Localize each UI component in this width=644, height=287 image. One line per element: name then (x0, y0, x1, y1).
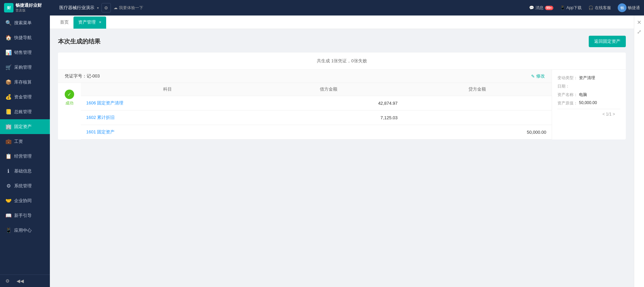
edit-icon: ✎ (531, 74, 535, 79)
sidebar-item-purchase[interactable]: 🛒 采购管理 (0, 60, 50, 75)
debit-cell-0: 42,874.97 (254, 96, 403, 110)
voucher-row-wrapper: ✓ 成功 科目 借方金额 贷方 (58, 83, 552, 139)
purchase-icon: 🛒 (5, 64, 11, 70)
user-area[interactable]: 畅 畅捷通 (618, 3, 640, 12)
debit-cell-2 (254, 125, 403, 139)
sidebar-item-search-menu[interactable]: 🔍 搜索菜单 (0, 15, 50, 30)
collapse-sidebar-icon[interactable]: ◀◀ (17, 278, 24, 284)
search-icon: 🔍 (5, 20, 11, 26)
app-download-button[interactable]: 📱 App下载 (560, 5, 582, 11)
settings-button[interactable]: ⚙ (101, 3, 111, 12)
credit-cell-2: 50,000.00 (403, 125, 552, 139)
sidebar-item-system[interactable]: ⚙ 系统管理 (0, 179, 50, 193)
sidebar-item-app-center[interactable]: 📱 应用中心 (0, 223, 50, 238)
table-wrapper: 科目 借方金额 贷方金额 1606 固定资产清理 42,874. (81, 83, 552, 139)
logo-title: 畅捷通好业财 (16, 3, 42, 8)
tab-home[interactable]: 首页 (55, 17, 73, 29)
col-credit-header: 贷方金额 (403, 83, 552, 96)
messages-badge: 99+ (545, 6, 553, 10)
credit-cell-1 (403, 110, 552, 125)
logo-area: 财 畅捷通好业财 普及版 (4, 3, 54, 13)
original-value-label: 资产原值： (557, 100, 578, 106)
change-type-row: 变动类型： 资产清理 (557, 75, 620, 81)
content-area: 首页 资产管理 × 本次生成的结果 返回固定资产 共生成 1张凭证，0张失败 (50, 15, 634, 287)
gear-icon: ⚙ (104, 5, 108, 10)
table-row: 1601 固定资产 50,000.00 (81, 125, 552, 139)
side-info-panel: 变动类型： 资产清理 日期： 资产名称： 电脑 资产原值： (552, 70, 626, 139)
pagination[interactable]: < 1/1 > (557, 109, 620, 119)
guide-icon: 📖 (5, 213, 11, 219)
header-middle: 医疗器械行业演示 ▾ ⚙ ☁ 我要体验一下 (54, 3, 529, 12)
voucher-main: 凭证字号：记-003 ✎ 修改 ✓ 成功 (58, 70, 552, 139)
company-name: 医疗器械行业演示 (59, 5, 94, 11)
system-icon: ⚙ (5, 183, 11, 189)
credit-cell-0 (403, 96, 552, 110)
enterprise-icon: 🤝 (5, 198, 11, 204)
expand-panel-button[interactable]: ⤢ (635, 28, 643, 36)
sidebar-item-inventory[interactable]: 📦 库存核算 (0, 75, 50, 90)
sidebar-item-ledger[interactable]: 📒 总账管理 (0, 104, 50, 119)
table-row: 1602 累计折旧 7,125.03 (81, 110, 552, 125)
subject-cell-1[interactable]: 1602 累计折旧 (81, 110, 254, 125)
ledger-icon: 📒 (5, 109, 11, 115)
col-subject-header: 科目 (81, 83, 254, 96)
sidebar-item-funds[interactable]: 💰 资金管理 (0, 90, 50, 104)
result-panel: 共生成 1张凭证，0张失败 凭证字号：记-003 ✎ 修改 (58, 53, 626, 139)
result-summary: 共生成 1张凭证，0张失败 (58, 53, 626, 70)
logo-sub: 普及版 (16, 8, 42, 13)
tab-close-icon[interactable]: × (99, 20, 101, 25)
salary-icon: 💼 (5, 138, 11, 145)
return-fixed-assets-button[interactable]: 返回固定资产 (589, 36, 626, 47)
sidebar-item-salary[interactable]: 💼 工资 (0, 134, 50, 149)
original-value-value: 50,000.00 (579, 100, 597, 106)
change-type-value: 资产清理 (579, 75, 595, 81)
sidebar-item-quick-nav[interactable]: 🏠 快捷导航 (0, 30, 50, 45)
funds-icon: 💰 (5, 94, 11, 100)
logo-icon: 财 (4, 3, 13, 12)
bottom-settings-icon[interactable]: ⚙ (5, 278, 10, 284)
asset-name-label: 资产名称： (557, 92, 578, 98)
top-header: 财 畅捷通好业财 普及版 医疗器械行业演示 ▾ ⚙ ☁ 我要体验一下 💬 消息 … (0, 0, 644, 15)
col-debit-header: 借方金额 (254, 83, 403, 96)
success-circle: ✓ (65, 90, 74, 99)
sidebar-item-guide[interactable]: 📖 新手引导 (0, 208, 50, 223)
date-row: 日期： (557, 84, 620, 89)
original-value-row: 资产原值： 50,000.00 (557, 100, 620, 106)
cloud-icon: ☁ (114, 5, 118, 10)
sidebar-bottom: ⚙ ◀◀ (0, 275, 50, 287)
company-dropdown-icon[interactable]: ▾ (97, 6, 99, 10)
message-icon: 💬 (529, 5, 534, 10)
operations-icon: 📋 (5, 153, 11, 159)
experience-button[interactable]: ☁ 我要体验一下 (114, 5, 143, 11)
sales-icon: 📊 (5, 50, 11, 56)
asset-name-value: 电脑 (579, 92, 587, 98)
subject-cell-0[interactable]: 1606 固定资产清理 (81, 96, 254, 110)
edit-button[interactable]: ✎ 修改 (531, 73, 545, 79)
table-row: 1606 固定资产清理 42,874.97 (81, 96, 552, 110)
close-panel-button[interactable]: ✕ (635, 18, 643, 26)
sidebar-item-sales[interactable]: 📊 销售管理 (0, 45, 50, 60)
sidebar-item-basic-info[interactable]: ℹ 基础信息 (0, 164, 50, 179)
sidebar: 🔍 搜索菜单 🏠 快捷导航 📊 销售管理 🛒 采购管理 📦 库存核算 💰 (0, 15, 50, 287)
download-icon: 📱 (560, 5, 565, 10)
messages-button[interactable]: 💬 消息 99+ (529, 5, 553, 11)
sidebar-item-operations[interactable]: 📋 经营管理 (0, 149, 50, 164)
voucher-header: 凭证字号：记-003 ✎ 修改 (58, 70, 552, 83)
headset-icon: 🎧 (588, 5, 593, 10)
subject-cell-2[interactable]: 1601 固定资产 (81, 125, 254, 139)
asset-name-row: 资产名称： 电脑 (557, 92, 620, 98)
voucher-section: 凭证字号：记-003 ✎ 修改 ✓ 成功 (58, 70, 626, 139)
page-header: 本次生成的结果 返回固定资产 (58, 36, 626, 47)
sidebar-item-enterprise[interactable]: 🤝 企业协同 (0, 193, 50, 208)
sidebar-item-fixed-assets[interactable]: 🏢 固定资产 (0, 119, 50, 134)
page-content: 本次生成的结果 返回固定资产 共生成 1张凭证，0张失败 凭证字号：记-003 … (50, 29, 634, 287)
inventory-icon: 📦 (5, 79, 11, 85)
main-layout: 🔍 搜索菜单 🏠 快捷导航 📊 销售管理 🛒 采购管理 📦 库存核算 💰 (0, 15, 644, 287)
voucher-table: 科目 借方金额 贷方金额 1606 固定资产清理 42,874. (81, 83, 552, 139)
voucher-id: 凭证字号：记-003 (65, 73, 100, 79)
basic-info-icon: ℹ (5, 168, 11, 174)
fixed-assets-icon: 🏢 (5, 124, 11, 130)
tab-asset-mgmt[interactable]: 资产管理 × (73, 17, 106, 29)
online-service-button[interactable]: 🎧 在线客服 (588, 5, 611, 11)
debit-cell-1: 7,125.03 (254, 110, 403, 125)
